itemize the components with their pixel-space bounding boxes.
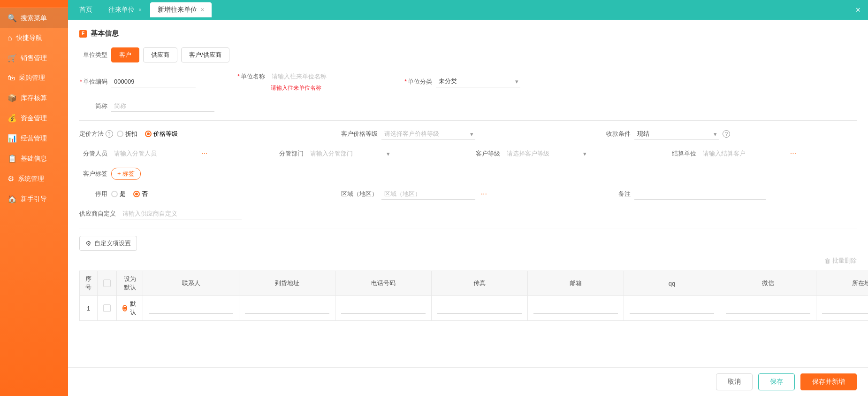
sidebar-top: [0, 0, 68, 8]
default-radio-circle: [122, 305, 127, 311]
manager-group: 分管人员 ···: [79, 148, 268, 159]
sidebar-item-purchase[interactable]: 🛍 采购管理: [0, 68, 68, 88]
cell-wechat[interactable]: [720, 296, 816, 321]
manager-label: 分管人员: [79, 149, 107, 158]
gear-icon: ⚙: [8, 174, 14, 183]
email-input[interactable]: [533, 303, 618, 314]
unit-name-group: *单位名称 请输入往来单位名称: [237, 71, 396, 92]
unit-name-label: *单位名称: [237, 72, 265, 81]
qq-input[interactable]: [630, 303, 714, 314]
sidebar-label-operation: 经营管理: [21, 134, 47, 143]
sidebar-item-quick-nav[interactable]: ⌂ 快捷导航: [0, 28, 68, 48]
fax-input[interactable]: [437, 303, 522, 314]
sidebar-item-finance[interactable]: 💰 资金管理: [0, 108, 68, 128]
supplier-custom-input[interactable]: [120, 208, 242, 219]
cell-qq[interactable]: [624, 296, 720, 321]
unit-type-label: 单位类型: [79, 51, 107, 59]
manager-input[interactable]: [111, 148, 196, 159]
payment-help-icon[interactable]: ?: [723, 130, 730, 138]
customer-price-level-label: 客户价格等级: [341, 130, 378, 138]
unit-category-select[interactable]: [436, 76, 520, 87]
disabled-no-radio[interactable]: 否: [133, 190, 148, 198]
cell-address[interactable]: [239, 296, 335, 321]
unit-code-input[interactable]: [111, 76, 196, 87]
sidebar-item-guide[interactable]: 🏠 新手引导: [0, 189, 68, 209]
unit-name-input[interactable]: [269, 71, 372, 82]
section-title: 基本信息: [91, 29, 119, 38]
yes-radio-circle: [111, 191, 118, 197]
tab-partner-close[interactable]: ×: [138, 7, 142, 13]
tab-partner[interactable]: 往来单位 ×: [101, 2, 149, 17]
cell-contact[interactable]: [143, 296, 239, 321]
department-label: 分管部门: [275, 149, 304, 158]
table-header-row: 序号 设为默认 联系人 到货地址 电话号码 传真 邮箱 qq 微信 所在地区 操…: [80, 271, 868, 296]
select-all-checkbox[interactable]: [103, 280, 111, 287]
level-radio-circle: [145, 131, 152, 137]
pricing-discount-radio[interactable]: 折扣: [117, 130, 137, 138]
sidebar-item-search[interactable]: 🔍 搜索菜单: [0, 8, 68, 28]
customer-level-label: 客户等级: [472, 149, 500, 158]
customer-price-level-input[interactable]: [381, 128, 475, 140]
disabled-yes-radio[interactable]: 是: [111, 190, 126, 198]
remark-group: 备注: [602, 188, 857, 200]
tabbar-close-button[interactable]: ×: [852, 3, 864, 17]
sidebar-item-system[interactable]: ⚙ 系统管理: [0, 169, 68, 189]
col-email: 邮箱: [528, 271, 624, 296]
contact-input[interactable]: [149, 303, 233, 314]
sidebar-item-operation[interactable]: 📊 经营管理: [0, 128, 68, 148]
cell-email[interactable]: [528, 296, 624, 321]
col-default: 设为默认: [117, 271, 143, 296]
code-name-category-row: *单位编码 *单位名称 请输入往来单位名称 *单位分类: [79, 71, 857, 92]
sidebar-item-basic[interactable]: 📋 基础信息: [0, 148, 68, 169]
remark-input[interactable]: [634, 188, 766, 200]
bag-icon: 🛍: [8, 74, 15, 82]
payment-terms-input[interactable]: [634, 128, 719, 140]
cell-phone[interactable]: [335, 296, 432, 321]
short-name-input[interactable]: [111, 101, 214, 112]
pricing-level-radio[interactable]: 价格等级: [145, 130, 178, 138]
tab-new-partner-close[interactable]: ×: [201, 7, 204, 13]
department-input[interactable]: [307, 148, 392, 159]
col-checkbox: [98, 271, 117, 296]
settlement-dots-btn[interactable]: ···: [788, 148, 798, 159]
customer-level-input[interactable]: [504, 148, 588, 159]
tab-new-partner[interactable]: 新增往来单位 ×: [150, 2, 212, 17]
add-tag-button[interactable]: + 标签: [111, 168, 141, 180]
sidebar-label-inventory: 库存核算: [21, 94, 47, 102]
default-radio-label[interactable]: 默认: [122, 300, 137, 317]
payment-terms-label: 收款条件: [602, 130, 631, 138]
type-btn-supplier[interactable]: 供应商: [143, 47, 177, 62]
table-row: 1 默认: [80, 296, 868, 321]
cell-fax[interactable]: [432, 296, 528, 321]
content-area: F 基本信息 单位类型 客户 供应商 客户/供应商 *单位编码: [68, 20, 868, 367]
department-wrap: [307, 148, 392, 159]
custom-settings-button[interactable]: ⚙ 自定义项设置: [79, 236, 137, 251]
tab-partner-label: 往来单位: [108, 6, 135, 14]
wechat-input[interactable]: [726, 303, 810, 314]
cancel-button[interactable]: 取消: [716, 373, 753, 390]
region-label: 区域（地区）: [341, 190, 378, 198]
col-phone: 电话号码: [335, 271, 432, 296]
sidebar-item-sales[interactable]: 🛒 销售管理: [0, 48, 68, 68]
settlement-unit-input[interactable]: [700, 148, 784, 159]
save-button[interactable]: 保存: [758, 373, 795, 390]
batch-delete-icon: 🗑: [824, 257, 830, 264]
section-header: F 基本信息: [79, 29, 857, 38]
pricing-help-icon[interactable]: ?: [106, 130, 113, 138]
sidebar-item-inventory[interactable]: 📦 库存核算: [0, 88, 68, 108]
save-and-new-button[interactable]: 保存并新增: [800, 373, 857, 390]
row-checkbox[interactable]: [103, 304, 111, 312]
type-btn-customer[interactable]: 客户: [111, 47, 139, 62]
cart-icon: 🛒: [8, 54, 17, 62]
address-input[interactable]: [245, 303, 329, 314]
region-input[interactable]: [381, 188, 475, 200]
region-group: 区域（地区） ···: [341, 188, 595, 200]
cell-region[interactable]: [816, 296, 868, 321]
manager-dots-btn[interactable]: ···: [199, 148, 209, 159]
type-btn-both[interactable]: 客户/供应商: [181, 47, 229, 62]
region-dots-btn[interactable]: ···: [479, 189, 489, 199]
tab-home[interactable]: 首页: [72, 2, 100, 17]
phone-input[interactable]: [341, 303, 426, 314]
table-region-input[interactable]: [822, 303, 868, 314]
unit-category-group: *单位分类: [404, 76, 545, 87]
